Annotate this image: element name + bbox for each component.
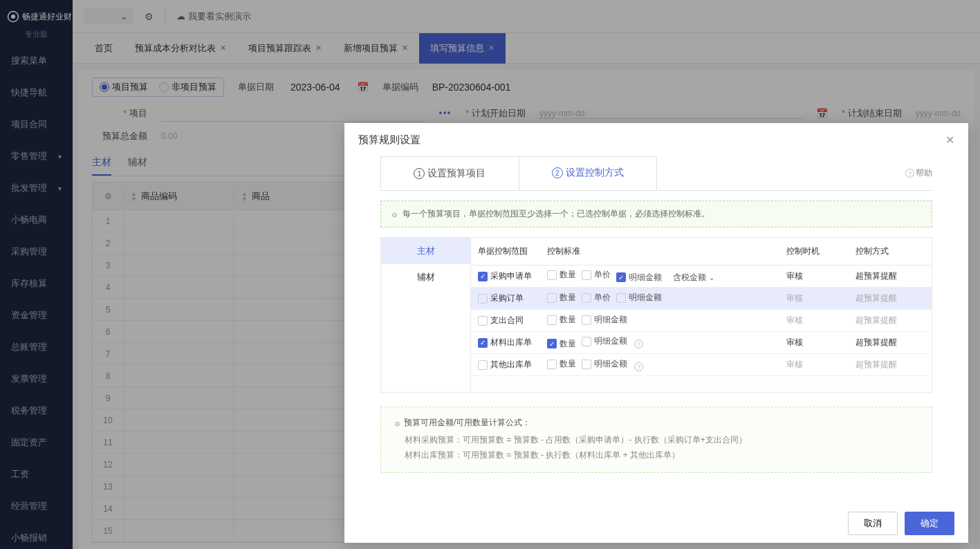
checkbox-qty[interactable] — [547, 315, 557, 325]
formula-box: ☼预算可用金额/可用数量计算公式： 材料采购预算：可用预算数 = 预算数 - 占… — [380, 407, 932, 473]
checkbox-scope[interactable] — [478, 294, 488, 304]
checkbox-price[interactable] — [582, 293, 591, 303]
rule-row: 采购订单数量单价明细金额审核超预算提醒 — [471, 288, 932, 310]
rule-row: 其他出库单数量明细金额?审核超预算提醒 — [471, 354, 932, 376]
checkbox-detail[interactable] — [616, 293, 626, 303]
checkbox-qty[interactable] — [547, 270, 557, 280]
checkbox-scope[interactable] — [478, 360, 488, 370]
th-method: 控制方式 — [856, 245, 932, 257]
checkbox-scope[interactable] — [478, 316, 488, 326]
checkbox-scope[interactable] — [478, 338, 488, 348]
step-tab-1[interactable]: 1设置预算项目 — [381, 157, 519, 190]
confirm-button[interactable]: 确定 — [905, 512, 954, 535]
chevron-down-icon[interactable]: ⌄ — [709, 274, 714, 281]
rule-row: 材料出库单数量明细金额?审核超预算提醒 — [471, 332, 932, 354]
checkbox-qty[interactable] — [547, 339, 557, 348]
rule-side-main[interactable]: 主材 — [381, 238, 470, 264]
checkbox-qty[interactable] — [547, 293, 557, 303]
info-icon[interactable]: ? — [634, 362, 643, 371]
help-icon: ? — [905, 169, 914, 178]
checkbox-qty[interactable] — [547, 360, 557, 369]
rule-row: 支出合同数量明细金额审核超预算提醒 — [471, 310, 932, 332]
info-icon[interactable]: ? — [634, 339, 643, 348]
cancel-button[interactable]: 取消 — [848, 512, 898, 535]
rule-side-aux[interactable]: 辅材 — [381, 264, 470, 290]
checkbox-price[interactable] — [582, 270, 591, 280]
th-timing: 控制时机 — [786, 245, 856, 257]
checkbox-detail[interactable] — [616, 272, 626, 282]
budget-rule-modal: 预算规则设置 ✕ 1设置预算项目 2设置控制方式 ?帮助 ☼ 每⼀个预算项⽬，单… — [344, 123, 968, 543]
close-icon[interactable]: ✕ — [945, 133, 954, 147]
bulb-icon: ☼ — [394, 418, 401, 428]
checkbox-detail[interactable] — [582, 337, 591, 346]
modal-title: 预算规则设置 — [358, 133, 420, 147]
checkbox-detail[interactable] — [582, 360, 591, 369]
help-link[interactable]: ?帮助 — [904, 167, 932, 179]
rule-side-nav: 主材 辅材 — [381, 238, 471, 392]
bulb-icon: ☼ — [391, 210, 398, 219]
checkbox-detail[interactable] — [582, 315, 591, 325]
th-scope: 单据控制范围 — [471, 245, 540, 257]
step-tab-2[interactable]: 2设置控制方式 — [519, 157, 657, 190]
hint-box: ☼ 每⼀个预算项⽬，单据控制范围⾄少选择⼀个；已选控制单据，必须选择控制标准。 — [380, 201, 932, 227]
checkbox-scope[interactable] — [478, 272, 488, 281]
rule-row: 采购申请单数量单价明细金额含税金额⌄审核超预算提醒 — [471, 266, 932, 288]
th-standard: 控制标准 — [540, 245, 786, 257]
